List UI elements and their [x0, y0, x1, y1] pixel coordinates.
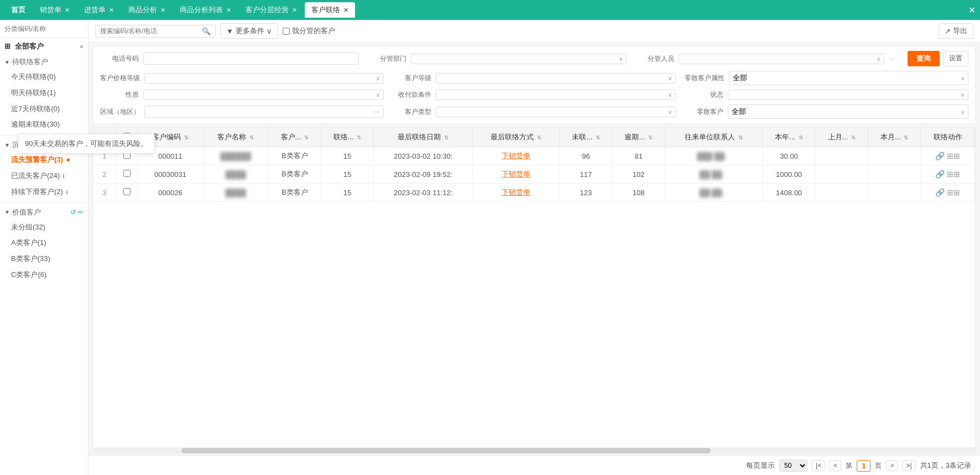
tab-home[interactable]: 首页 [4, 2, 32, 18]
sort-contact-person-icon[interactable]: ⇅ [738, 134, 743, 140]
sort-type-icon[interactable]: ⇅ [304, 134, 309, 140]
sidebar-item-week-contact[interactable]: 近7天待联络(0) [0, 101, 88, 117]
filter-person-select[interactable]: ∨ [679, 54, 884, 64]
cell-uncontacted: 117 [560, 165, 612, 184]
action-link-icon-1[interactable]: 🔗 [935, 170, 945, 179]
tab-customer-contact-close[interactable]: ✕ [343, 7, 348, 14]
filter-dept-select[interactable]: ∨ [411, 54, 627, 64]
th-last-month[interactable]: 上月... ⇅ [815, 128, 868, 147]
cell-checkbox[interactable] [116, 165, 138, 184]
action-grid-icon-1[interactable]: ⊞⊞ [947, 170, 960, 179]
per-page-select[interactable]: 50 100 200 [779, 460, 807, 472]
filter-region-select[interactable]: ··· [144, 106, 384, 118]
tab-sales-label: 销货单 [40, 5, 61, 15]
scroll-thumb[interactable] [181, 448, 711, 453]
tab-customer-tier-close[interactable]: ✕ [292, 7, 297, 14]
tab-purchase[interactable]: 进货单 ✕ [77, 2, 121, 18]
tab-product-analysis-close[interactable]: ✕ [160, 7, 165, 14]
action-link-icon-2[interactable]: 🔗 [935, 188, 945, 197]
th-this-year[interactable]: 本年... ⇅ [763, 128, 815, 147]
sort-contact-icon[interactable]: ⇅ [357, 134, 361, 140]
sidebar-item-class-a[interactable]: A类客户(1) [0, 235, 88, 251]
sidebar-item-class-c[interactable]: C类客户(6) [0, 267, 88, 283]
tab-purchase-close[interactable]: ✕ [109, 7, 114, 14]
filter-zero-customer-select[interactable]: 全部 ∨ [728, 105, 968, 119]
action-link-icon-0[interactable]: 🔗 [935, 152, 945, 160]
cell-last-method[interactable]: 下销货单 [473, 165, 560, 184]
last-page-btn[interactable]: >| [902, 460, 915, 471]
edit-icon[interactable]: ✏ [78, 208, 84, 216]
sidebar-item-churned[interactable]: 已流失客户(24) ℹ [0, 168, 88, 184]
sort-this-year-icon[interactable]: ⇅ [799, 134, 803, 140]
sidebar-item-class-b[interactable]: B类客户(33) [0, 251, 88, 267]
sort-code-icon[interactable]: ⇅ [184, 134, 189, 140]
horizontal-scrollbar[interactable] [93, 448, 976, 453]
tab-customer-contact[interactable]: 客户联络 ✕ [305, 2, 355, 18]
gender-arrow: ∨ [376, 92, 380, 98]
filter-more-1[interactable]: ··· [889, 55, 894, 62]
sidebar-section-value[interactable]: ▼ 价值客户 ↺ ✏ [0, 205, 88, 220]
sort-uncontacted-icon[interactable]: ⇅ [596, 134, 600, 140]
action-grid-icon-2[interactable]: ⊞⊞ [947, 188, 960, 197]
refresh-icon[interactable]: ↺ [70, 208, 76, 216]
tab-sales[interactable]: 销货单 ✕ [33, 2, 76, 18]
cell-last-method[interactable]: 下销货单 [473, 184, 560, 202]
region-more[interactable]: ··· [374, 108, 380, 116]
th-this-month[interactable]: 本月... ⇅ [868, 128, 921, 147]
sidebar-search-input[interactable] [4, 25, 87, 33]
my-customers-checkbox[interactable] [283, 28, 290, 35]
sidebar-item-churn-warning[interactable]: 流失预警客户(3) ● [0, 152, 88, 168]
my-customers-checkbox-label[interactable]: 我分管的客户 [283, 26, 335, 36]
sort-overdue-icon[interactable]: ⇅ [648, 134, 653, 140]
sort-this-month-icon[interactable]: ⇅ [904, 134, 908, 140]
filter-price-level-select[interactable]: ∨ [144, 73, 384, 83]
th-name[interactable]: 客户名称 ⇅ [203, 128, 268, 147]
sidebar-all-customers[interactable]: ⊞ 全部客户 « [0, 38, 88, 55]
filter-customer-type-select[interactable]: ∨ [436, 107, 676, 117]
tab-bar-close-btn[interactable]: ✕ [968, 5, 976, 15]
sort-name-icon[interactable]: ⇅ [249, 134, 254, 140]
toolbar-search-input[interactable] [100, 27, 200, 35]
sidebar-item-tomorrow-contact[interactable]: 明天待联络(1) [0, 85, 88, 101]
settings-btn[interactable]: 设置 [943, 51, 968, 66]
tab-product-analysis[interactable]: 商品分析 ✕ [122, 2, 172, 18]
filter-status-select[interactable]: ∨ [728, 90, 968, 100]
th-type[interactable]: 客户... ⇅ [268, 128, 321, 147]
filter-zero-attr-select[interactable]: 全部 ∨ [729, 71, 968, 85]
next-page-btn[interactable]: > [886, 460, 898, 471]
sidebar-section-value-label: 价值客户 [12, 207, 41, 217]
prev-page-btn[interactable]: < [830, 460, 841, 471]
filter-payment-select[interactable]: ∨ [436, 90, 676, 100]
first-page-btn[interactable]: |< [812, 460, 825, 471]
th-uncontacted[interactable]: 未联... ⇅ [560, 128, 612, 147]
sidebar-item-overdue-contact[interactable]: 逾期未联络(30) [0, 117, 88, 133]
sort-last-month-icon[interactable]: ⇅ [851, 134, 856, 140]
query-btn[interactable]: 查询 [908, 51, 940, 66]
th-last-method[interactable]: 最后联络方式 ⇅ [473, 128, 560, 147]
tab-sales-close[interactable]: ✕ [65, 7, 70, 14]
row-checkbox-2[interactable] [123, 188, 131, 195]
sidebar-item-today-contact[interactable]: 今天待联络(0) [0, 69, 88, 85]
th-last-date[interactable]: 最后联络日期 ⇅ [374, 128, 473, 147]
row-checkbox-1[interactable] [123, 170, 131, 177]
filter-gender-select[interactable]: ∨ [143, 90, 384, 100]
th-contact[interactable]: 联络... ⇅ [321, 128, 373, 147]
action-grid-icon-0[interactable]: ⊞⊞ [947, 152, 960, 160]
th-contact-person[interactable]: 往来单位联系人 ⇅ [665, 128, 763, 147]
filter-customer-level-select[interactable]: ∨ [436, 73, 676, 83]
tab-product-list[interactable]: 商品分析列表 ✕ [173, 2, 238, 18]
tab-customer-tier[interactable]: 客户分层经营 ✕ [239, 2, 304, 18]
more-conditions-btn[interactable]: ▼ 更多条件 ∨ [220, 23, 278, 39]
th-overdue[interactable]: 逾期... ⇅ [612, 128, 665, 147]
sort-last-method-icon[interactable]: ⇅ [537, 134, 541, 140]
export-btn[interactable]: ↗ 导出 [939, 23, 973, 39]
sidebar-item-declining[interactable]: 持续下滑客户(2) ℹ [0, 184, 88, 200]
tab-product-list-close[interactable]: ✕ [226, 7, 231, 14]
sidebar-collapse-icon[interactable]: « [80, 43, 84, 50]
cell-last-method[interactable]: 下销货单 [473, 147, 560, 165]
sidebar-item-ungrouped[interactable]: 未分组(32) [0, 220, 88, 236]
cell-checkbox[interactable] [116, 184, 138, 202]
sort-last-date-icon[interactable]: ⇅ [444, 134, 449, 140]
sidebar-section-pending[interactable]: ▼ 待联络客户 [0, 55, 88, 69]
filter-phone-input[interactable] [143, 53, 359, 65]
